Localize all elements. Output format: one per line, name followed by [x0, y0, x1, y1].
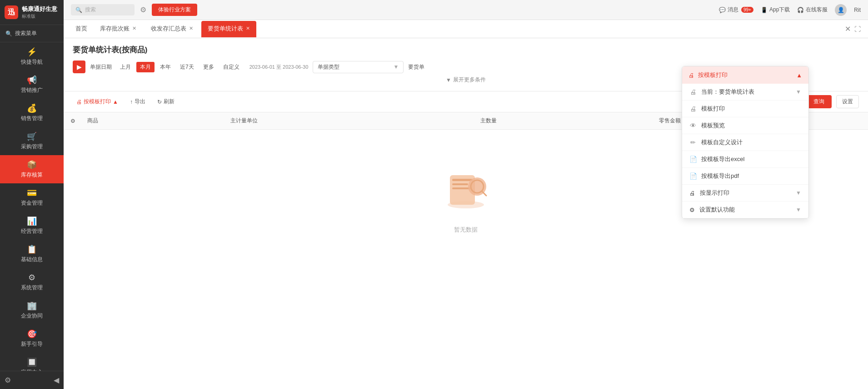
print-template-btn[interactable]: 🖨 按模板打印 ▲ — [73, 96, 122, 107]
date-btn-more[interactable]: 更多 — [200, 62, 218, 72]
type-filter-label: 单据类型 — [318, 63, 339, 71]
print-header-label: 按模板打印 — [698, 71, 728, 79]
export-btn[interactable]: ↑ 导出 — [126, 96, 149, 107]
tab-order-stats[interactable]: 要货单统计表 ✕ — [201, 21, 256, 37]
sidebar-item-label: 系统管理 — [21, 284, 43, 292]
expand-more-btn[interactable]: ▼ 展开更多条件 — [446, 76, 486, 84]
settings-btn[interactable]: 设置 — [836, 95, 859, 108]
app-download-btn[interactable]: 📱 App下载 — [761, 6, 790, 14]
refresh-btn[interactable]: ↻ 刷新 — [154, 96, 178, 107]
app-download-label: App下载 — [769, 6, 790, 14]
sidebar-item-label: 资金管理 — [21, 199, 43, 207]
topbar-search[interactable]: 🔍 搜索 — [71, 4, 135, 15]
sales-icon: 💰 — [27, 103, 37, 113]
sidebar-item-sales[interactable]: 💰 销售管理 — [0, 99, 64, 127]
default-func-arrow: ▼ — [796, 207, 801, 213]
date-btn-7days[interactable]: 近7天 — [176, 62, 198, 72]
search-icon: 🔍 — [5, 30, 12, 37]
template-preview-item[interactable]: 👁 模板预览 — [682, 117, 808, 134]
sidebar-item-inventory[interactable]: 📦 库存核算 — [0, 155, 64, 183]
topbar-gear-icon[interactable]: ⚙ — [140, 5, 146, 14]
expand-icon: ▼ — [446, 77, 451, 83]
print-btn-label: 按模板打印 — [84, 98, 111, 106]
template-print-item[interactable]: 🖨 模板打印 — [682, 101, 808, 117]
sidebar-item-label: 销售管理 — [21, 115, 43, 122]
messages-label: 消息 — [728, 6, 738, 14]
print-header-icon: 🖨 — [688, 72, 694, 79]
sidebar-item-marketing[interactable]: 📢 营销推广 — [0, 71, 64, 99]
tab-collection-summary[interactable]: 收发存汇总表 ✕ — [145, 21, 200, 37]
online-service-btn[interactable]: 🎧 在线客服 — [797, 6, 828, 14]
user-name: Rit — [854, 7, 861, 13]
sidebar-item-label: 企业协同 — [21, 312, 43, 320]
export-icon: ↑ — [130, 99, 133, 105]
sidebar-item-label: 采购管理 — [21, 143, 43, 151]
logo-text: 畅康通好生意 标准版 — [22, 5, 57, 19]
query-btn[interactable]: 查询 — [806, 95, 832, 108]
sidebar-item-system[interactable]: ⚙ 系统管理 — [0, 268, 64, 296]
table-col-gear[interactable]: ⚙ — [64, 112, 82, 130]
export-excel-icon: 📄 — [689, 156, 697, 163]
default-func-item[interactable]: ⚙ 设置默认功能 ▼ — [682, 202, 808, 218]
sidebar: 迅 畅康通好生意 标准版 🔍 搜索菜单 ⚡ 快捷导航 📢 营销推广 💰 销售管理… — [0, 0, 64, 389]
date-btn-custom[interactable]: 自定义 — [219, 62, 243, 72]
sidebar-item-label: 营销推广 — [21, 86, 43, 94]
template-design-item[interactable]: ✏ 模板自定义设计 — [682, 134, 808, 151]
svg-rect-3 — [452, 183, 468, 185]
template-print-label: 模板打印 — [701, 105, 725, 113]
sidebar-item-quick-nav[interactable]: ⚡ 快捷导航 — [0, 42, 64, 71]
sidebar-item-appstore[interactable]: 🔲 应用中心 — [0, 353, 64, 371]
topbar: 🔍 搜索 ⚙ 体验行业方案 💬 消息 99+ 📱 App下载 🎧 在线客服 👤 … — [64, 0, 868, 20]
display-print-arrow: ▼ — [796, 190, 801, 196]
message-icon: 💬 — [719, 7, 726, 13]
print-dropdown-header[interactable]: 🖨 按模板打印 ▲ — [682, 66, 808, 84]
tab-order-stats-close[interactable]: ✕ — [246, 25, 250, 31]
sidebar-item-purchase[interactable]: 🛒 采购管理 — [0, 127, 64, 155]
empty-icon — [439, 166, 493, 220]
filter-expand-btn[interactable]: ▶ — [73, 61, 85, 73]
sidebar-item-guide[interactable]: 🎯 新手引导 — [0, 324, 64, 353]
tab-collection-summary-close[interactable]: ✕ — [189, 25, 193, 31]
default-func-icon: ⚙ — [689, 207, 695, 213]
type-filter-dropdown[interactable]: 单据类型 ▼ — [313, 61, 404, 73]
tabbar-close-btn[interactable]: ✕ — [845, 25, 851, 33]
tabbar-expand-btn[interactable]: ⛶ — [854, 25, 861, 33]
current-expand-arrow: ▼ — [796, 89, 801, 95]
topbar-search-icon: 🔍 — [75, 7, 82, 13]
sidebar-settings-btn[interactable]: ⚙ — [5, 376, 11, 384]
display-print-item[interactable]: 🖨 按显示打印 ▼ — [682, 185, 808, 202]
sidebar-nav: ⚡ 快捷导航 📢 营销推广 💰 销售管理 🛒 采购管理 📦 库存核算 💳 资金管… — [0, 42, 64, 371]
tab-batch-account-close[interactable]: ✕ — [132, 25, 136, 31]
tab-home[interactable]: 首页 — [71, 21, 92, 37]
date-btn-this-month[interactable]: 本月 — [136, 62, 155, 72]
date-btn-this-year[interactable]: 本年 — [156, 62, 175, 72]
avatar[interactable]: 👤 — [835, 4, 847, 16]
trial-btn[interactable]: 体验行业方案 — [152, 4, 197, 16]
print-current-item[interactable]: 🖨 当前：要货单统计表 ▼ — [682, 84, 808, 101]
template-preview-label: 模板预览 — [701, 121, 725, 130]
sidebar-item-label: 新手引导 — [21, 340, 43, 348]
version-label: 标准版 — [22, 13, 57, 19]
default-func-label: 设置默认功能 — [699, 206, 735, 214]
export-pdf-item[interactable]: 📄 按模板导出pdf — [682, 168, 808, 185]
messages-badge: 99+ — [741, 7, 753, 13]
sidebar-item-basic[interactable]: 📋 基础信息 — [0, 240, 64, 268]
tab-batch-account[interactable]: 库存批次账 ✕ — [94, 21, 143, 37]
tab-batch-account-label: 库存批次账 — [100, 25, 130, 33]
sidebar-item-finance[interactable]: 💳 资金管理 — [0, 183, 64, 212]
sidebar-item-operations[interactable]: 📊 经营管理 — [0, 212, 64, 240]
sidebar-item-enterprise[interactable]: 🏢 企业协同 — [0, 296, 64, 324]
sidebar-collapse-btn[interactable]: ◀ — [54, 376, 59, 384]
operations-icon: 📊 — [27, 216, 37, 226]
print-dropdown-header-right: ▲ — [796, 72, 802, 79]
messages-btn[interactable]: 💬 消息 99+ — [719, 6, 753, 14]
export-excel-item[interactable]: 📄 按模板导出excel — [682, 151, 808, 168]
template-design-label: 模板自定义设计 — [701, 138, 743, 147]
sidebar-search[interactable]: 🔍 搜索菜单 — [0, 25, 64, 42]
template-print-icon: 🖨 — [689, 105, 697, 112]
goods-filter-label: 要货单 — [408, 63, 424, 71]
tab-order-stats-label: 要货单统计表 — [208, 25, 243, 33]
topbar-search-text: 搜索 — [85, 6, 96, 14]
online-service-label: 在线客服 — [806, 6, 828, 14]
date-btn-last-month[interactable]: 上月 — [116, 62, 135, 72]
